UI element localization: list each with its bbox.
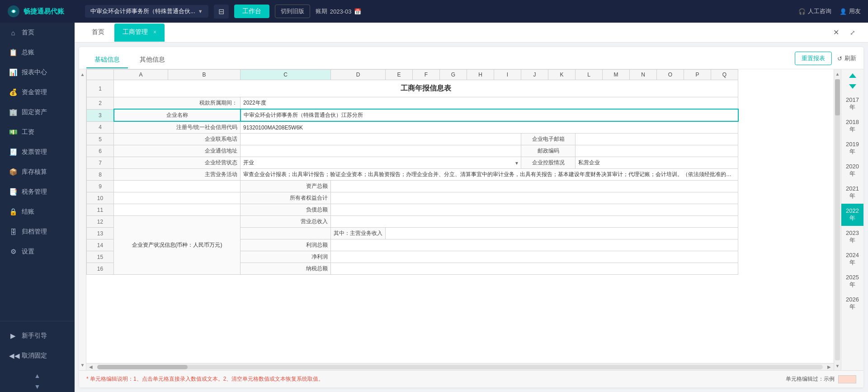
- col-header-f[interactable]: F: [413, 70, 440, 80]
- sidebar-item-assets[interactable]: 🏢 固定资产: [0, 102, 75, 122]
- main-layout: ⌂ 首页 📋 总账 📊 报表中心 💰 资金管理 🏢 固定资产 💵 工资: [0, 23, 868, 392]
- calendar-icon[interactable]: 📅: [354, 8, 361, 15]
- year-2021[interactable]: 2021年: [841, 182, 863, 204]
- sub-tab-other-label: 其他信息: [140, 56, 165, 63]
- v-scrollbar[interactable]: ▲ ▼: [834, 69, 841, 370]
- profit-value-cell[interactable]: [331, 239, 738, 251]
- year-2023[interactable]: 2023年: [841, 226, 863, 248]
- year-2019[interactable]: 2019年: [841, 137, 863, 159]
- col-header-n[interactable]: N: [630, 70, 657, 80]
- year-collapse-icon[interactable]: [845, 81, 860, 91]
- year-expand-up-icon[interactable]: [845, 71, 860, 81]
- tax-total-value-cell[interactable]: [331, 263, 738, 275]
- revenue-value-cell[interactable]: [331, 216, 738, 228]
- col-header-e[interactable]: E: [386, 70, 413, 80]
- col-header-o[interactable]: O: [657, 70, 684, 80]
- switch-old-version-button[interactable]: 切到旧版: [275, 5, 310, 18]
- holding-value-cell[interactable]: 私营企业: [576, 157, 738, 169]
- year-2026[interactable]: 2026年: [841, 292, 863, 315]
- company-selector[interactable]: 中审众环会计师事务所（特殊普通合伙... ▼: [85, 5, 208, 18]
- sidebar-item-finance[interactable]: 💰 资金管理: [0, 82, 75, 102]
- postcode-value-cell[interactable]: [576, 145, 738, 157]
- col-header-b[interactable]: B: [168, 70, 241, 80]
- tab-close-icon[interactable]: ×: [153, 29, 156, 35]
- sidebar-scroll-up[interactable]: ▲: [34, 372, 41, 379]
- user-menu[interactable]: 👤 用友: [840, 7, 861, 15]
- table-row: 5 企业联系电话 企业电子邮箱: [87, 134, 738, 145]
- sidebar-item-close[interactable]: 🔒 结账: [0, 202, 75, 222]
- sub-tab-other[interactable]: 其他信息: [132, 52, 173, 68]
- year-2025[interactable]: 2025年: [841, 270, 863, 292]
- workbench-button[interactable]: 工作台: [234, 5, 269, 18]
- v-scroll-down-arrow[interactable]: ▼: [80, 363, 85, 368]
- year-2020[interactable]: 2020年: [841, 159, 863, 182]
- v-scroll-up-btn[interactable]: ▲: [834, 69, 841, 78]
- tab-business-admin[interactable]: 工商管理 ×: [114, 24, 165, 42]
- spreadsheet-container[interactable]: A B C D E F G H I J: [86, 69, 834, 363]
- h-scroll-left-btn[interactable]: ◀: [86, 364, 95, 369]
- sidebar-scroll-down[interactable]: ▼: [34, 383, 41, 390]
- equity-value-cell[interactable]: [331, 192, 738, 204]
- col-header-d[interactable]: D: [331, 70, 386, 80]
- col-header-a[interactable]: A: [114, 70, 168, 80]
- tab-home[interactable]: 首页: [84, 24, 113, 42]
- panel-close-icon[interactable]: ✕: [830, 26, 843, 38]
- col-header-g[interactable]: G: [440, 70, 467, 80]
- h-scroll-right-btn[interactable]: ▶: [825, 364, 834, 369]
- main-revenue-value[interactable]: [386, 228, 738, 239]
- net-profit-value-cell[interactable]: [331, 251, 738, 263]
- liability-value-cell[interactable]: [331, 204, 738, 216]
- sidebar-item-newbie[interactable]: ▶ 新手引导: [0, 326, 75, 346]
- company-icon-button[interactable]: ⊟: [214, 5, 229, 19]
- sidebar-item-invoice[interactable]: 🧾 发票管理: [0, 142, 75, 162]
- biz-activity-value-cell[interactable]: 审查企业会计报表；出具审计报告；验证企业资本；出具验资报告；办理企业合并、分立、…: [241, 169, 738, 181]
- panel-expand-icon[interactable]: ⤢: [846, 27, 859, 38]
- reset-report-button[interactable]: 重置报表: [795, 52, 832, 65]
- col-header-c[interactable]: C: [241, 70, 331, 80]
- sidebar-item-home[interactable]: ⌂ 首页: [0, 23, 75, 43]
- user-icon: 👤: [840, 8, 847, 15]
- refresh-button[interactable]: ↺ 刷新: [837, 54, 856, 62]
- v-scroll-down-btn[interactable]: ▼: [834, 361, 841, 370]
- sidebar-item-archive[interactable]: 🗄 归档管理: [0, 222, 75, 242]
- app-name: 畅捷通易代账: [24, 7, 64, 16]
- sidebar-item-salary[interactable]: 💵 工资: [0, 122, 75, 142]
- year-panel-arrows: [841, 69, 863, 93]
- sidebar-item-unpin[interactable]: ◀◀ 取消固定: [0, 346, 75, 366]
- company-value-cell[interactable]: 中审众环会计师事务所（特殊普通合伙）江苏分所: [241, 109, 738, 121]
- biz-status-value-cell[interactable]: 开业 ▼: [241, 157, 521, 169]
- year-2024[interactable]: 2024年: [841, 248, 863, 270]
- col-header-j[interactable]: J: [521, 70, 548, 80]
- col-header-q[interactable]: Q: [711, 70, 738, 80]
- reg-value-cell[interactable]: 91320100MA208E5W6K: [241, 121, 738, 134]
- col-header-i[interactable]: I: [494, 70, 521, 80]
- year-2017[interactable]: 2017年: [841, 93, 863, 115]
- year-2018[interactable]: 2018年: [841, 115, 863, 137]
- title-cell[interactable]: 工商年报信息表: [114, 80, 738, 97]
- sidebar-item-settings[interactable]: ⚙ 设置: [0, 242, 75, 262]
- sub-tab-basic[interactable]: 基础信息: [86, 52, 128, 68]
- sidebar-item-tax[interactable]: 📑 税务管理: [0, 182, 75, 202]
- col-header-k[interactable]: K: [548, 70, 576, 80]
- v-scroll-thumb[interactable]: [835, 79, 840, 115]
- col-header-p[interactable]: P: [684, 70, 711, 80]
- assets-icon: 🏢: [9, 108, 17, 116]
- v-scroll-up-arrow[interactable]: ▲: [80, 72, 85, 77]
- sidebar-item-ledger[interactable]: 📋 总账: [0, 43, 75, 62]
- col-header-m[interactable]: M: [603, 70, 630, 80]
- h-scrollbar[interactable]: ◀ ▶: [86, 363, 834, 370]
- period-value-cell[interactable]: 2022年度: [241, 97, 738, 110]
- email-value-cell[interactable]: [576, 134, 738, 145]
- service-button[interactable]: 🎧 人工咨询: [798, 7, 831, 15]
- address-value-cell[interactable]: [241, 145, 521, 157]
- sidebar-item-inventory[interactable]: 📦 库存核算: [0, 162, 75, 182]
- asset-total-value[interactable]: [331, 181, 738, 192]
- sidebar-item-reports[interactable]: 📊 报表中心: [0, 62, 75, 82]
- year-2022[interactable]: 2022年: [841, 204, 863, 226]
- col-header-h[interactable]: H: [467, 70, 494, 80]
- col-header-l[interactable]: L: [576, 70, 603, 80]
- phone-value-cell[interactable]: [241, 134, 521, 145]
- archive-icon: 🗄: [9, 228, 17, 236]
- sidebar: ⌂ 首页 📋 总账 📊 报表中心 💰 资金管理 🏢 固定资产 💵 工资: [0, 23, 75, 392]
- h-scroll-thumb[interactable]: [97, 365, 188, 369]
